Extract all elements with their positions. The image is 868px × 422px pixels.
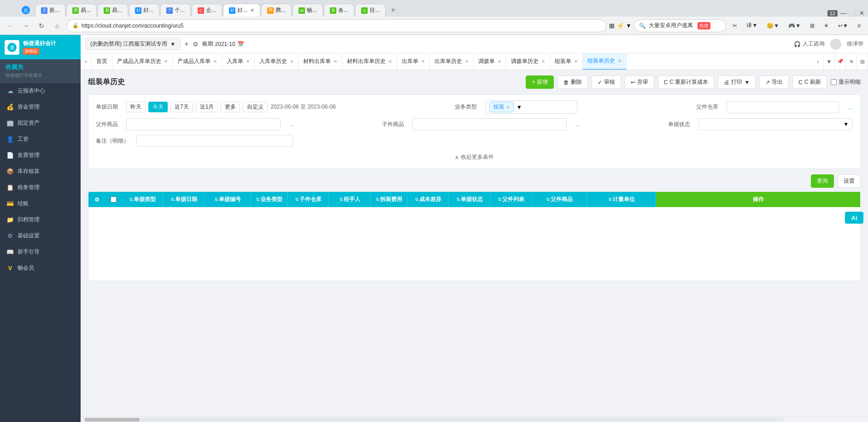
- tab-assembly-history[interactable]: 调拨单历史 ✕: [506, 53, 550, 70]
- business-type-input[interactable]: 组装 × ▼: [485, 100, 577, 114]
- browser-tab-4[interactable]: 好 好...: [129, 4, 159, 17]
- yesterday-btn[interactable]: 昨天: [126, 102, 146, 112]
- sidebar-item-basic[interactable]: ⚙ 基础设置: [0, 228, 81, 244]
- print-button[interactable]: 🖨 打印 ▼: [718, 75, 756, 89]
- th-order-status[interactable]: ⇅ 单据状态: [449, 192, 490, 207]
- tab-close-prod-in-hist[interactable]: ✕: [164, 59, 168, 64]
- th-order-type[interactable]: ⇅ 单据类型: [122, 192, 163, 207]
- sidebar-item-member[interactable]: V 畅会员: [0, 260, 81, 276]
- tab-material-out[interactable]: 材料出库单 ✕: [299, 53, 342, 70]
- sidebar-item-assets[interactable]: 🏢 固定资产: [0, 115, 81, 131]
- tab-settings-all[interactable]: ⊞: [857, 53, 868, 70]
- tab-close-7[interactable]: ✕: [250, 7, 254, 13]
- tab-in-order[interactable]: 入库单 ✕: [222, 53, 255, 70]
- settings-filter-button[interactable]: 设置: [838, 174, 861, 188]
- calendar-icon[interactable]: 📅: [237, 41, 244, 47]
- brightness-btn[interactable]: ☀: [820, 19, 833, 32]
- custom-date-btn[interactable]: 自定义: [243, 102, 268, 112]
- th-business-type[interactable]: ⇅ 业务类型: [251, 192, 287, 207]
- child-goods-input[interactable]: [412, 118, 567, 130]
- th-order-no[interactable]: ⇅ 单据编号: [205, 192, 251, 207]
- tab-close-mat-out[interactable]: ✕: [334, 59, 337, 64]
- tab-more-options[interactable]: ▼: [824, 53, 835, 70]
- browser-tab-5[interactable]: 个 个...: [160, 4, 191, 17]
- tab-close-out-hist[interactable]: ✕: [465, 59, 469, 64]
- refresh-button[interactable]: C C 刷新: [792, 75, 827, 89]
- sidebar-item-invoice[interactable]: 📄 发票管理: [0, 147, 81, 163]
- tab-production-in-history[interactable]: 产成品入库单历史 ✕: [112, 53, 173, 70]
- browser-tab-6[interactable]: C 企...: [192, 4, 222, 17]
- grid-view-btn[interactable]: ⊞: [806, 19, 818, 32]
- tab-scroll-right[interactable]: ›: [813, 53, 824, 70]
- add-company-btn[interactable]: +: [184, 40, 188, 48]
- tab-close-all[interactable]: ✕: [846, 53, 857, 70]
- export-button[interactable]: ↗ 导出: [759, 75, 789, 89]
- tab-production-in[interactable]: 产成品入库单 ✕: [173, 53, 222, 70]
- tab-close-in-order[interactable]: ✕: [246, 59, 250, 64]
- th-cost-diff[interactable]: ⇅ 成本差异: [407, 192, 449, 207]
- scrollbar-thumb[interactable]: [84, 418, 140, 422]
- dropdown-icon[interactable]: ▼: [626, 23, 632, 29]
- approve-button[interactable]: ✓ 审核: [592, 75, 621, 89]
- tab-scroll-left[interactable]: ‹: [81, 53, 92, 70]
- browser-tab-3[interactable]: 易 易...: [98, 4, 128, 17]
- sidebar-item-salary[interactable]: 👤 工资: [0, 131, 81, 147]
- today-btn[interactable]: 今天: [148, 102, 168, 112]
- display-detail-checkbox[interactable]: [831, 79, 837, 85]
- tab-close-in-hist[interactable]: ✕: [290, 59, 293, 64]
- cut-btn[interactable]: ✂: [729, 19, 741, 32]
- table-settings-col[interactable]: ⚙: [88, 197, 105, 203]
- parent-warehouse-input[interactable]: [727, 101, 839, 113]
- browser-tab-7[interactable]: 好 好... ✕: [223, 4, 260, 17]
- tab-out-order[interactable]: 出库单 ✕: [397, 53, 430, 70]
- delete-button[interactable]: 🗑 删除: [557, 75, 588, 89]
- business-type-dropdown[interactable]: ▼: [516, 104, 522, 110]
- sidebar-item-guide[interactable]: 📖 新手引导: [0, 244, 81, 260]
- minimize-btn[interactable]: —: [840, 9, 847, 17]
- table-checkbox-col[interactable]: [105, 197, 122, 202]
- tab-close-prod-in[interactable]: ✕: [213, 59, 217, 64]
- grid-icon[interactable]: ⊞: [609, 22, 615, 29]
- scrollbar-track[interactable]: [84, 418, 784, 422]
- close-window-btn[interactable]: ✕: [859, 10, 864, 17]
- browser-tab-9[interactable]: M 畅...: [293, 4, 323, 17]
- company-selector[interactable]: (勿删勿禁用) 江西服宝测试专用 ▼: [85, 38, 181, 50]
- reload-button[interactable]: ↻: [35, 19, 48, 32]
- collapse-button[interactable]: ∧ 收起更多条件: [96, 151, 853, 163]
- parent-goods-input[interactable]: [126, 118, 281, 130]
- emoji-btn[interactable]: 😊▼: [763, 19, 783, 32]
- remove-business-type[interactable]: ×: [506, 104, 510, 110]
- child-goods-more[interactable]: ...: [576, 121, 581, 127]
- abandon-button[interactable]: ↩ 弃审: [625, 75, 654, 89]
- week-btn[interactable]: 近7天: [170, 102, 193, 112]
- note-input[interactable]: [136, 135, 293, 147]
- sidebar-item-settlement[interactable]: 💳 结账: [0, 196, 81, 212]
- table-settings-icon[interactable]: ⚙: [94, 197, 100, 203]
- browser-tab-8[interactable]: 腾 腾...: [261, 4, 292, 17]
- tab-close-out-order[interactable]: ✕: [421, 59, 425, 64]
- more-date-btn[interactable]: 更多: [221, 102, 240, 112]
- parent-warehouse-more[interactable]: ...: [848, 104, 853, 110]
- sidebar-item-reports[interactable]: ☁ 云报表中心: [0, 83, 81, 99]
- th-child-warehouse[interactable]: ⇅ 子件仓库: [287, 192, 329, 207]
- new-tab-button[interactable]: +: [387, 4, 399, 17]
- home-button[interactable]: ⌂: [51, 19, 64, 32]
- th-unit[interactable]: ⇅ 计量单位: [587, 192, 656, 207]
- consultant-btn[interactable]: 🎧 人工咨询: [794, 40, 825, 48]
- translate-btn[interactable]: 译▼: [743, 19, 761, 32]
- browser-tab-10[interactable]: 各 各...: [324, 4, 354, 17]
- tab-pin-btn[interactable]: 📌: [835, 53, 846, 70]
- month-btn[interactable]: 近1月: [196, 102, 218, 112]
- sidebar-item-archive[interactable]: 📁 归档管理: [0, 212, 81, 228]
- sidebar-item-finance[interactable]: 💰 资金管理: [0, 99, 81, 115]
- tab-combine[interactable]: 组装单 ✕: [550, 53, 583, 70]
- query-button[interactable]: 查询: [811, 174, 834, 188]
- th-operator[interactable]: ⇅ 经手人: [329, 192, 370, 207]
- th-order-date[interactable]: ⇅ 单据日期: [163, 192, 205, 207]
- tab-combine-history[interactable]: 组装单历史 ✕: [583, 53, 627, 70]
- th-disassemble-fee[interactable]: ⇅ 拆装费用: [370, 192, 407, 207]
- new-button[interactable]: + 新增: [526, 75, 553, 89]
- maximize-btn[interactable]: ⬜: [850, 10, 856, 17]
- tab-close-assembly[interactable]: ✕: [498, 59, 501, 64]
- tab-home[interactable]: 首页: [92, 53, 112, 70]
